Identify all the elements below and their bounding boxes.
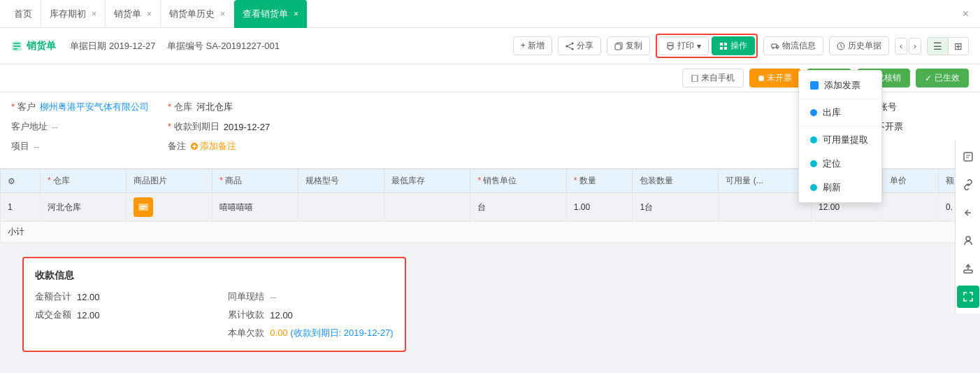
logistics-button[interactable]: 物流信息 bbox=[763, 36, 823, 55]
clipboard-icon bbox=[963, 151, 974, 162]
export-icon bbox=[963, 263, 974, 274]
grid-icon bbox=[719, 42, 728, 50]
list-view-button[interactable]: ☰ bbox=[928, 38, 949, 55]
history-icon bbox=[837, 42, 845, 50]
check-icon-effective: ✓ bbox=[925, 73, 932, 83]
svg-point-10 bbox=[772, 48, 774, 49]
share-icon bbox=[565, 42, 574, 50]
warehouse-label: 仓库 bbox=[168, 101, 192, 113]
sidebar-clipboard-icon[interactable] bbox=[957, 146, 979, 168]
copy-button[interactable]: 复制 bbox=[607, 36, 650, 55]
row-product-img bbox=[127, 193, 212, 222]
row-unit-price bbox=[882, 193, 938, 222]
svg-rect-4 bbox=[615, 44, 621, 50]
sidebar-return-icon[interactable] bbox=[957, 202, 979, 224]
add-note-button[interactable]: 添加备注 bbox=[190, 140, 236, 153]
tab-sales-order[interactable]: 销货单 × bbox=[106, 0, 161, 28]
svg-point-17 bbox=[966, 237, 970, 241]
dropdown-available-extract[interactable]: 可用量提取 bbox=[799, 128, 881, 152]
due-date-label: 收款到期日 bbox=[168, 120, 219, 133]
prev-button[interactable]: ‹ bbox=[895, 38, 907, 55]
dropdown-ship-out[interactable]: 出库 bbox=[799, 101, 881, 125]
available-extract-icon bbox=[810, 136, 817, 143]
settings-gear-icon: ⚙ bbox=[8, 176, 15, 186]
sidebar-expand-icon[interactable] bbox=[957, 286, 979, 308]
phone-icon bbox=[691, 75, 698, 82]
highlighted-actions-group: 打印 ▾ 操作 bbox=[656, 34, 758, 58]
col-settings: ⚙ bbox=[1, 169, 41, 193]
grid-view-button[interactable]: ⊞ bbox=[949, 38, 968, 55]
payment-total-amount: 金额合计 12.00 bbox=[35, 290, 200, 303]
svg-point-3 bbox=[572, 48, 574, 50]
expand-icon bbox=[963, 291, 974, 302]
tab-inventory-init-close[interactable]: × bbox=[92, 9, 96, 19]
doc-date-field: 单据日期 2019-12-27 bbox=[70, 40, 156, 52]
next-button[interactable]: › bbox=[909, 38, 921, 55]
svg-rect-6 bbox=[720, 43, 723, 45]
product-img-icon bbox=[137, 201, 150, 213]
project-field: 项目 -- bbox=[11, 140, 151, 153]
tab-sales-history-close[interactable]: × bbox=[220, 9, 225, 19]
row-package-qty: 1台 bbox=[633, 193, 719, 222]
plus-icon bbox=[190, 142, 199, 150]
dropdown-locate[interactable]: 定位 bbox=[799, 152, 881, 176]
tab-inventory-init[interactable]: 库存期初 × bbox=[41, 0, 106, 28]
print-button[interactable]: 打印 ▾ bbox=[658, 36, 709, 55]
operations-button[interactable]: 操作 bbox=[712, 36, 755, 55]
doc-number-field: 单据编号 SA-20191227-001 bbox=[167, 40, 280, 52]
product-thumbnail bbox=[134, 197, 153, 217]
svg-rect-5 bbox=[668, 43, 673, 45]
tab-view-sales-close[interactable]: × bbox=[294, 9, 298, 19]
row-num: 1 bbox=[1, 193, 41, 222]
row-model bbox=[298, 193, 384, 222]
sidebar-user-icon[interactable] bbox=[957, 230, 979, 252]
row-product: 嘻嘻嘻嘻 bbox=[212, 193, 298, 222]
effective-button[interactable]: ✓ 已生效 bbox=[916, 69, 969, 87]
svg-rect-15 bbox=[138, 204, 148, 211]
right-sidebar bbox=[955, 140, 980, 314]
col-package-qty: 包装数量 bbox=[633, 169, 719, 193]
window-close-button[interactable]: × bbox=[957, 5, 974, 23]
warehouse-field: 仓库 河北仓库 bbox=[168, 101, 308, 113]
unopened-button[interactable]: 未开票 bbox=[749, 69, 801, 87]
tab-sales-order-close[interactable]: × bbox=[147, 9, 152, 19]
address-label: 客户地址 bbox=[11, 120, 48, 133]
payment-due-value: 0.00 (收款到期日: 2019-12-27) bbox=[270, 327, 393, 339]
new-button[interactable]: + 新增 bbox=[513, 36, 552, 55]
dot-orange bbox=[758, 76, 764, 81]
print-icon bbox=[666, 42, 675, 50]
svg-rect-18 bbox=[964, 270, 972, 273]
dropdown-refresh[interactable]: 刷新 bbox=[799, 176, 881, 199]
subtotal-label: 小计 bbox=[1, 222, 980, 243]
tab-sales-history[interactable]: 销货单历史 × bbox=[161, 0, 234, 28]
tab-home[interactable]: 首页 bbox=[6, 0, 41, 28]
col-sales-unit: 销售单位 bbox=[470, 169, 566, 193]
history-button[interactable]: 历史单据 bbox=[829, 36, 889, 55]
warehouse-value: 河北仓库 bbox=[196, 101, 233, 113]
refresh-icon bbox=[810, 184, 817, 191]
sidebar-link-icon[interactable] bbox=[957, 174, 979, 196]
due-date-value: 2019-12-27 bbox=[224, 122, 271, 132]
notes-label: 备注 bbox=[168, 140, 186, 153]
address-value: -- bbox=[52, 122, 58, 132]
payment-same-settle: 同单现结 -- bbox=[228, 290, 393, 303]
link-icon bbox=[963, 179, 974, 190]
dropdown-divider-1 bbox=[799, 99, 881, 99]
sales-order-icon bbox=[11, 41, 22, 52]
payment-accumulated: 累计收款 12.00 bbox=[228, 309, 393, 321]
payment-due: 本单欠款 0.00 (收款到期日: 2019-12-27) bbox=[228, 327, 393, 339]
svg-point-11 bbox=[777, 48, 778, 49]
customer-value[interactable]: 柳州粤港平安气体有限公司 bbox=[40, 101, 149, 113]
share-button[interactable]: 分享 bbox=[558, 36, 601, 55]
dropdown-divider-2 bbox=[799, 126, 881, 127]
from-phone-button[interactable]: 来自手机 bbox=[682, 69, 744, 87]
tab-view-sales[interactable]: 查看销货单 × bbox=[234, 0, 308, 28]
dropdown-add-invoice[interactable]: 添加发票 bbox=[799, 73, 881, 97]
locate-icon bbox=[810, 160, 817, 167]
sidebar-export-icon[interactable] bbox=[957, 258, 979, 280]
col-product: 商品 bbox=[212, 169, 298, 193]
doc-date-value: 2019-12-27 bbox=[109, 41, 156, 51]
copy-icon bbox=[614, 42, 623, 50]
payment-section: 收款信息 金额合计 12.00 同单现结 -- 成交金额 12.00 累计收款 … bbox=[22, 257, 406, 352]
payment-transaction-amount: 成交金额 12.00 bbox=[35, 309, 200, 321]
